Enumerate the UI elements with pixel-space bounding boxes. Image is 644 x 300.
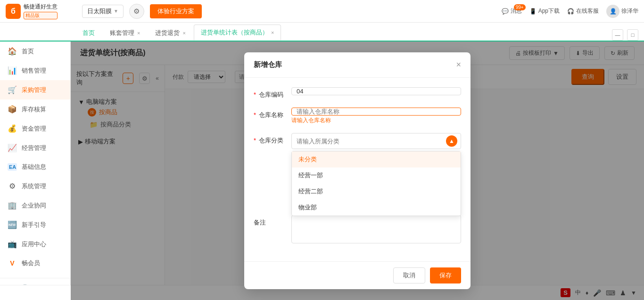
header-right: 💬 消息 99+ 📱 App下载 🎧 在线客服 👤 徐泽华 bbox=[502, 5, 638, 18]
sidebar-item-vip[interactable]: V 畅会员 bbox=[0, 254, 70, 273]
logo-text: 畅捷通好生意 精品版 bbox=[24, 3, 58, 19]
headset-icon: 🎧 bbox=[567, 8, 574, 15]
warehouse-code-row: * 仓库编码 bbox=[254, 87, 461, 99]
newbie-icon: 🆕 bbox=[8, 220, 17, 229]
modal-save-button[interactable]: 保存 bbox=[430, 267, 461, 283]
message-button[interactable]: 💬 消息 99+ bbox=[502, 7, 522, 15]
user-menu-button[interactable]: 👤 徐泽华 bbox=[606, 5, 638, 18]
sidebar-item-home-label: 首页 bbox=[22, 47, 34, 56]
tab-home-label: 首页 bbox=[83, 29, 95, 37]
sidebar-item-home[interactable]: 🏠 首页 bbox=[0, 42, 70, 61]
sidebar-item-enterprise[interactable]: 🏢 企业协同 bbox=[0, 196, 70, 215]
tab-purchase-return-close[interactable]: × bbox=[182, 30, 185, 36]
tab-purchase-stats-label: 进货单统计表（按商品） bbox=[201, 28, 268, 37]
sidebar-item-basic[interactable]: EA 基础信息 bbox=[0, 158, 70, 176]
tab-purchase-return-label: 进货退货 bbox=[155, 29, 180, 37]
tab-purchase-stats-close[interactable]: × bbox=[271, 30, 274, 35]
app-icon: 📱 bbox=[529, 8, 537, 15]
modal-cancel-button[interactable]: 取消 bbox=[393, 267, 425, 283]
category-dropdown-toggle[interactable]: ▲ bbox=[446, 135, 457, 147]
sidebar-item-sales-label: 销售管理 bbox=[22, 67, 46, 75]
tab-controls: — □ bbox=[606, 29, 644, 41]
tab-maximize-button[interactable]: □ bbox=[627, 29, 638, 41]
top-header: б 畅捷通好生意 精品版 日太阳膜 ▼ ⚙ 体验行业方案 💬 消息 99+ 📱 … bbox=[0, 0, 644, 23]
warehouse-name-error: 请输入仓库名称 bbox=[291, 117, 461, 125]
user-avatar: 👤 bbox=[606, 5, 619, 18]
sidebar-item-vip-label: 畅会员 bbox=[22, 259, 40, 267]
store-name: 日太阳膜 bbox=[87, 7, 112, 16]
content-area: 进货单统计(按商品) 🖨 按模板打印 ▼ ⬇ 导出 ↻ 刷新 bbox=[71, 42, 644, 300]
warehouse-remark-row: 备注 bbox=[254, 215, 461, 243]
sidebar-item-inventory-label: 库存核算 bbox=[22, 105, 46, 114]
modal-header: 新增仓库 × bbox=[244, 52, 471, 78]
sidebar-item-appcenter-label: 应用中心 bbox=[22, 240, 46, 249]
app-logo-icon: б bbox=[6, 4, 21, 19]
store-selector[interactable]: 日太阳膜 ▼ bbox=[82, 5, 124, 18]
modal-overlay: 新增仓库 × * 仓库编码 bbox=[71, 42, 644, 300]
tab-home[interactable]: 首页 bbox=[75, 25, 102, 41]
sidebar-item-basic-label: 基础信息 bbox=[22, 163, 46, 171]
warehouse-remark-textarea[interactable] bbox=[291, 215, 461, 243]
tab-purchase-return[interactable]: 进货退货 × bbox=[148, 25, 192, 41]
sidebar-item-finance-label: 资金管理 bbox=[22, 125, 46, 133]
modal-footer: 取消 保存 bbox=[244, 261, 471, 289]
dropdown-item-dept1[interactable]: 经营一部 bbox=[292, 167, 461, 183]
new-warehouse-modal: 新增仓库 × * 仓库编码 bbox=[244, 52, 471, 289]
sidebar-item-operations[interactable]: 📈 经营管理 bbox=[0, 138, 70, 158]
tab-account-close[interactable]: × bbox=[137, 30, 140, 36]
sidebar-item-inventory[interactable]: 📦 库存核算 bbox=[0, 100, 70, 119]
settings-gear-button[interactable]: ⚙ bbox=[129, 4, 144, 19]
warehouse-name-input[interactable] bbox=[291, 108, 461, 116]
warehouse-remark-label: 备注 bbox=[254, 215, 291, 227]
operations-icon: 📈 bbox=[8, 143, 17, 152]
sidebar-item-appcenter[interactable]: 📺 应用中心 bbox=[0, 234, 70, 254]
dropdown-item-unclassified[interactable]: 未分类 bbox=[292, 151, 461, 167]
tab-account-label: 账套管理 bbox=[110, 29, 134, 37]
sidebar-item-newbie-label: 新手引导 bbox=[22, 221, 46, 229]
enterprise-icon: 🏢 bbox=[8, 201, 17, 210]
category-dropdown-list: 未分类 经营一部 经营二部 物业部 bbox=[291, 151, 461, 216]
warehouse-category-select-wrap: ▲ 未分类 经营一部 经营二部 物业部 bbox=[291, 133, 461, 149]
dropdown-item-property[interactable]: 物业部 bbox=[292, 200, 461, 216]
sidebar-item-sales[interactable]: 📊 销售管理 bbox=[0, 61, 70, 80]
vip-icon: V bbox=[8, 259, 17, 267]
home-icon: 🏠 bbox=[8, 47, 17, 56]
sidebar-item-newbie[interactable]: 🆕 新手引导 bbox=[0, 215, 70, 234]
sidebar: 🏠 首页 📊 销售管理 🛒 采购管理 📦 库存核算 💰 资金管理 📈 经营管理 … bbox=[0, 42, 71, 300]
system-icon: ⚙ bbox=[8, 182, 17, 191]
logo-area: б 畅捷通好生意 精品版 bbox=[6, 3, 76, 19]
header-center: ⚙ 体验行业方案 bbox=[129, 4, 502, 19]
sidebar-item-enterprise-label: 企业协同 bbox=[22, 201, 46, 210]
warehouse-category-input[interactable] bbox=[291, 133, 461, 149]
sidebar-item-finance[interactable]: 💰 资金管理 bbox=[0, 119, 70, 138]
tab-bar: 首页 账套管理 × 进货退货 × 进货单统计表（按商品） × — □ bbox=[0, 23, 644, 42]
warehouse-name-label: * 仓库名称 bbox=[254, 108, 291, 119]
message-badge: 99+ bbox=[514, 4, 526, 10]
warehouse-code-input-wrap bbox=[291, 87, 461, 95]
tab-account[interactable]: 账套管理 × bbox=[103, 25, 147, 41]
modal-body: * 仓库编码 * 仓库名称 bbox=[244, 78, 471, 261]
customer-service-button[interactable]: 🎧 在线客服 bbox=[567, 7, 599, 15]
sidebar-item-purchase-label: 采购管理 bbox=[22, 86, 46, 94]
main-layout: 🏠 首页 📊 销售管理 🛒 采购管理 📦 库存核算 💰 资金管理 📈 经营管理 … bbox=[0, 42, 644, 300]
warehouse-category-label: * 仓库分类 bbox=[254, 133, 291, 145]
trial-button[interactable]: 体验行业方案 bbox=[150, 4, 202, 18]
sales-icon: 📊 bbox=[8, 66, 17, 75]
tab-minimize-button[interactable]: — bbox=[612, 29, 623, 41]
warehouse-name-row: * 仓库名称 请输入仓库名称 bbox=[254, 108, 461, 125]
purchase-icon: 🛒 bbox=[8, 85, 17, 94]
sidebar-item-purchase[interactable]: 🛒 采购管理 bbox=[0, 80, 70, 100]
dropdown-item-dept2[interactable]: 经营二部 bbox=[292, 183, 461, 200]
sidebar-item-system[interactable]: ⚙ 系统管理 bbox=[0, 176, 70, 196]
tab-purchase-stats[interactable]: 进货单统计表（按商品） × bbox=[194, 25, 281, 41]
sidebar-item-operations-label: 经营管理 bbox=[22, 144, 46, 152]
modal-close-button[interactable]: × bbox=[456, 60, 461, 70]
modal-title: 新增仓库 bbox=[254, 60, 282, 69]
app-download-button[interactable]: 📱 App下载 bbox=[529, 7, 560, 15]
warehouse-code-input[interactable] bbox=[291, 87, 461, 95]
finance-icon: 💰 bbox=[8, 124, 17, 133]
warehouse-category-row: * 仓库分类 ▲ 未分类 经营一部 经营二部 物业部 bbox=[254, 133, 461, 149]
basic-info-icon: EA bbox=[8, 163, 17, 171]
sidebar-item-system-label: 系统管理 bbox=[22, 182, 46, 191]
store-dropdown-arrow: ▼ bbox=[114, 8, 118, 14]
